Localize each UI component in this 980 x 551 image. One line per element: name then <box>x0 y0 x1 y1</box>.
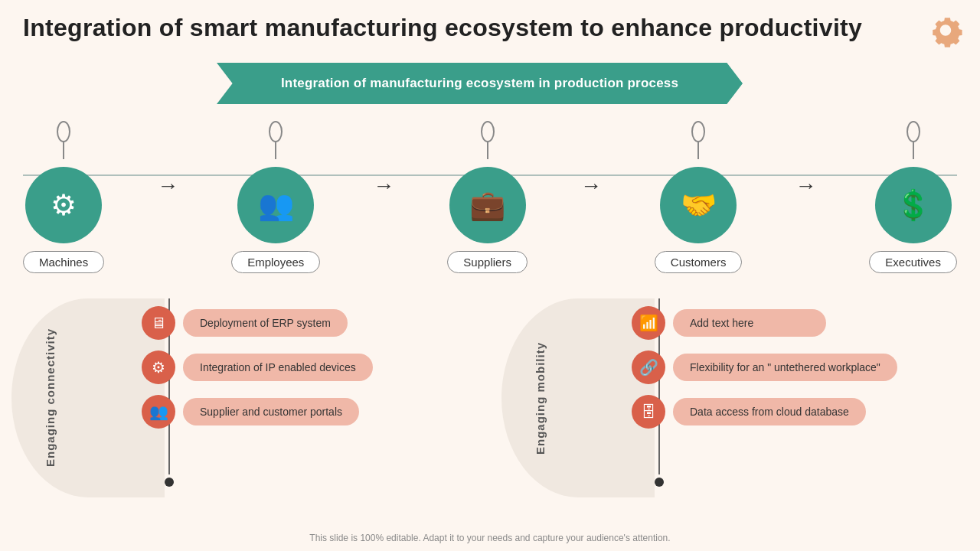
left-panel-item-2: ⚙ Integration of IP enabled devices <box>142 350 373 384</box>
employees-label: Employees <box>231 251 320 273</box>
suppliers-label: Suppliers <box>447 251 528 273</box>
arrow-2: → <box>373 174 394 198</box>
customers-label: Customers <box>655 251 743 273</box>
wifi-icon: 📶 <box>632 306 665 340</box>
arrow-1: → <box>157 174 178 198</box>
left-panel-content: 🖥 Deployment of ERP system ⚙ Integration… <box>142 298 373 497</box>
right-panel-item-3: 🗄 Data access from cloud database <box>632 395 897 429</box>
banner-text: Integration of manufacturing ecosystem i… <box>281 76 678 91</box>
portal-text: Supplier and customer portals <box>183 398 359 425</box>
customers-icon: 🤝 <box>660 167 737 243</box>
erp-icon: 🖥 <box>142 306 175 340</box>
hang-oval <box>57 121 70 142</box>
right-panel-dot <box>655 478 664 487</box>
hang-connector-customers <box>691 121 705 159</box>
ip-text: Integration of IP enabled devices <box>183 354 373 381</box>
cloud-icon: 🗄 <box>632 395 665 429</box>
machines-label: Machines <box>23 251 104 273</box>
cloud-text: Data access from cloud database <box>673 398 866 425</box>
hang-connector-employees <box>269 121 283 159</box>
employees-icon: 👥 <box>237 167 314 243</box>
hang-line <box>487 142 488 159</box>
hang-connector-machines <box>57 121 70 159</box>
left-panel-label: Engaging connectivity <box>44 328 57 467</box>
hang-line <box>913 142 914 159</box>
suppliers-icon: 💼 <box>449 167 526 243</box>
portal-icon: 👥 <box>142 395 175 429</box>
right-panel-content: 📶 Add text here 🔗 Flexibility for an " u… <box>632 298 897 497</box>
hang-line <box>697 142 699 159</box>
hang-oval <box>691 121 705 142</box>
hang-connector-suppliers <box>481 121 495 159</box>
hang-oval <box>481 121 495 142</box>
flow-item-suppliers: 💼 Suppliers <box>447 121 528 273</box>
right-panel-item-1: 📶 Add text here <box>632 306 897 340</box>
left-panel-label-wrap: Engaging connectivity <box>19 298 80 497</box>
flow-item-executives: 💲 Executives <box>869 121 957 273</box>
add-text: Add text here <box>673 309 826 337</box>
ip-icon: ⚙ <box>142 350 175 384</box>
footer: This slide is 100% editable. Adapt it to… <box>0 533 980 543</box>
arrow-4: → <box>795 174 816 198</box>
untethered-icon: 🔗 <box>632 350 665 384</box>
executives-label: Executives <box>869 251 957 273</box>
banner: Integration of manufacturing ecosystem i… <box>217 63 743 104</box>
bottom-section: Engaging connectivity 🖥 Deployment of ER… <box>11 298 969 497</box>
flow-item-employees: 👥 Employees <box>231 121 320 273</box>
right-panel: Engaging mobility 📶 Add text here 🔗 Flex… <box>501 298 969 497</box>
arrow-3: → <box>580 174 602 198</box>
left-panel: Engaging connectivity 🖥 Deployment of ER… <box>11 298 479 497</box>
machines-icon: ⚙ <box>25 167 102 243</box>
left-panel-dot <box>165 478 174 487</box>
gear-decoration-icon <box>925 6 966 47</box>
left-panel-item-3: 👥 Supplier and customer portals <box>142 395 373 429</box>
executives-icon: 💲 <box>875 167 952 243</box>
erp-text: Deployment of ERP system <box>183 309 348 337</box>
right-panel-item-2: 🔗 Flexibility for an " untethered workpl… <box>632 350 897 384</box>
hang-line <box>63 142 64 159</box>
flow-item-customers: 🤝 Customers <box>655 121 743 273</box>
hang-line <box>275 142 276 159</box>
hang-connector-executives <box>906 121 920 159</box>
left-panel-item-1: 🖥 Deployment of ERP system <box>142 306 373 340</box>
right-panel-label-wrap: Engaging mobility <box>509 298 570 497</box>
hang-oval <box>906 121 920 142</box>
flow-row: ⚙ Machines → 👥 Employees → 💼 Suppliers →… <box>23 121 957 273</box>
hang-oval <box>269 121 283 142</box>
right-panel-label: Engaging mobility <box>534 342 547 455</box>
untethered-text: Flexibility for an " untethered workplac… <box>673 354 897 381</box>
flow-item-machines: ⚙ Machines <box>23 121 104 273</box>
page-title: Integration of smart manufacturing ecosy… <box>23 14 862 42</box>
